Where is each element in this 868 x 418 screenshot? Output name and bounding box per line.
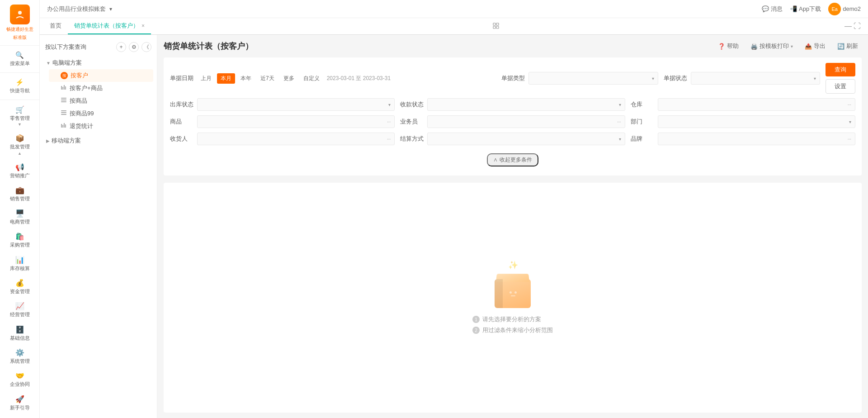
department-select[interactable]: ▾ [658, 115, 855, 128]
date-btn-lastmonth[interactable]: 上月 [197, 73, 215, 84]
add-scheme-btn[interactable]: + [116, 42, 126, 52]
print-btn[interactable]: 🖨️ 按模板打印 ▾ [747, 40, 797, 52]
help-btn[interactable]: ❓ 帮助 [714, 40, 742, 52]
date-btn-7days[interactable]: 近7天 [257, 73, 278, 84]
filter-row-2: 出库状态 ▾ 收款状态 ▾ 仓库 [170, 98, 855, 111]
topbar-dropdown-btn[interactable]: ▾ [109, 6, 112, 12]
recipient-more: ··· [387, 137, 391, 142]
message-icon: 💬 [762, 5, 769, 12]
box-face [505, 287, 522, 300]
scheme-group-mobile-header[interactable]: ▶ 移动端方案 [43, 134, 153, 147]
scheme-item-customer[interactable]: 按 按客户 [49, 69, 153, 82]
svg-rect-17 [64, 123, 65, 128]
sidebar-item-ecommerce[interactable]: 🖥️ 电商管理 [0, 205, 39, 228]
date-btn-thisyear[interactable]: 本年 [237, 73, 255, 84]
sidebar-item-finance[interactable]: 💰 资金管理 [0, 275, 39, 298]
sidebar-item-retail[interactable]: 🛒 零售管理 ▼ [0, 102, 39, 130]
filter-out-status: 出库状态 ▾ [170, 98, 395, 111]
svg-rect-9 [61, 98, 66, 99]
scheme-item-return[interactable]: 退货统计 [49, 120, 153, 133]
out-status-select[interactable]: ▾ [197, 98, 395, 111]
messages-btn[interactable]: 💬 消息 [762, 5, 783, 13]
app-download-btn[interactable]: 📲 App下载 [790, 5, 821, 13]
sidebar-item-system[interactable]: ⚙️ 系统管理 [0, 345, 39, 368]
order-status-select[interactable]: ▾ [691, 72, 820, 85]
brand-select[interactable]: ··· [658, 133, 855, 145]
svg-rect-10 [61, 100, 66, 100]
hint-1: 1 请先选择要分析的方案 [472, 315, 553, 323]
scheme-item-goods[interactable]: 按商品 [49, 95, 153, 107]
sidebar-item-operations[interactable]: 📈 经营管理 [0, 298, 39, 321]
sidebar-item-inventory[interactable]: 📊 库存核算 [0, 252, 39, 275]
scheme-group-desktop-header[interactable]: ▼ 电脑端方案 [43, 57, 153, 69]
topbar: 办公用品行业模拟账套 ▾ 💬 消息 📲 App下载 Ea demo2 [40, 0, 868, 18]
tab-expand-btn[interactable] [489, 19, 503, 34]
order-status-arrow: ▾ [814, 76, 816, 81]
scheme-item-customer-goods-label: 按客户+商品 [70, 84, 103, 92]
sidebar-item-basic[interactable]: 🗄️ 基础信息 [0, 322, 39, 345]
wholesale-arrow: ▲ [18, 151, 22, 156]
search-menu-button[interactable]: 🔍 搜索菜单 [3, 49, 37, 69]
goods-select[interactable]: ··· [197, 115, 395, 128]
goods-label: 商品 [170, 118, 193, 126]
scheme-group-mobile: ▶ 移动端方案 [43, 134, 153, 147]
quick-nav-button[interactable]: ⚡ 快捷导航 [3, 76, 37, 96]
sidebar-item-sales[interactable]: 💼 销售管理 [0, 182, 39, 205]
sidebar-item-purchase[interactable]: 🛍️ 采购管理 [0, 228, 39, 252]
empty-hints: 1 请先选择要分析的方案 2 用过滤条件来缩小分析范围 [472, 315, 553, 337]
print-label: 按模板打印 [760, 42, 789, 50]
help-icon: ❓ [718, 43, 725, 50]
date-btn-more[interactable]: 更多 [280, 73, 298, 84]
settings-scheme-btn[interactable]: ⚙ [129, 42, 139, 52]
date-btn-thismonth[interactable]: 本月 [217, 73, 235, 84]
order-type-select[interactable]: ▾ [528, 72, 658, 85]
tab-maximize-btn[interactable]: ⛶ [854, 22, 861, 30]
tab-minimize-btn[interactable]: — [844, 22, 852, 30]
wholesale-icon: 📦 [15, 134, 24, 142]
collapse-panel-btn[interactable]: 《 [142, 42, 151, 52]
order-type-arrow: ▾ [652, 76, 654, 81]
sidebar-item-appcenter[interactable]: 📱 应用中心 [0, 414, 39, 418]
retail-icon: 🛒 [15, 105, 24, 114]
scheme-item-goods99[interactable]: 按商品99 [49, 107, 153, 120]
date-btn-custom[interactable]: 自定义 [300, 73, 323, 84]
sidebar-item-wholesale[interactable]: 📦 批发管理 ▲ [0, 130, 39, 159]
export-btn[interactable]: 📤 导出 [801, 40, 829, 52]
topbar-left: 办公用品行业模拟账套 ▾ [47, 5, 112, 13]
salesperson-select[interactable]: ··· [427, 115, 625, 128]
scheme-item-customer-goods[interactable]: 按客户+商品 [49, 82, 153, 95]
sidebar-item-marketing[interactable]: 📢 营销推广 [0, 159, 39, 182]
tab-home[interactable]: 首页 [43, 18, 68, 34]
tab-sales-stat[interactable]: 销货单统计表（按客户） × [68, 18, 151, 34]
collapse-filters-btn[interactable]: ∧ 收起更多条件 [487, 153, 538, 166]
recipient-select[interactable]: ··· [197, 133, 395, 145]
tab-sales-stat-label: 销货单统计表（按客户） [74, 22, 139, 30]
eye-left [509, 291, 512, 294]
user-profile-btn[interactable]: Ea demo2 [828, 3, 861, 15]
filter-brand: 品牌 ··· [631, 133, 855, 145]
refresh-btn[interactable]: 🔄 刷新 [834, 40, 862, 52]
payment-status-label: 收款状态 [400, 100, 424, 109]
tab-close-btn[interactable]: × [142, 23, 145, 29]
avatar-text: Ea [832, 6, 838, 12]
filter-recipient: 收货人 ··· [170, 133, 395, 145]
warehouse-select[interactable]: ··· [658, 98, 855, 111]
payment-status-select[interactable]: ▾ [427, 98, 625, 111]
sidebar-item-newguide[interactable]: 🚀 新手引导 [0, 391, 39, 414]
finance-label: 资金管理 [10, 288, 30, 294]
filter-order-status: 单据状态 ▾ [664, 72, 820, 85]
svg-rect-16 [62, 125, 63, 128]
hint-num-2: 2 [472, 327, 480, 334]
settlement-select[interactable]: ▾ [427, 133, 625, 145]
sidebar-item-enterprise[interactable]: 🤝 企业协同 [0, 368, 39, 391]
steam-icon: ✨ [508, 260, 518, 270]
settings-button[interactable]: 设置 [826, 79, 855, 94]
messages-label: 消息 [771, 5, 783, 13]
empty-state: ✨ 1 请先选择要分析的方案 2 用过滤条件来缩小分析范围 [164, 183, 862, 413]
refresh-icon: 🔄 [837, 43, 844, 50]
query-button[interactable]: 查询 [826, 63, 855, 76]
inventory-label: 库存核算 [10, 265, 30, 271]
eye-right [514, 291, 517, 294]
desktop-scheme-items: 按 按客户 按客户+商品 [49, 69, 153, 133]
filter-settlement: 结算方式 ▾ [400, 133, 625, 145]
